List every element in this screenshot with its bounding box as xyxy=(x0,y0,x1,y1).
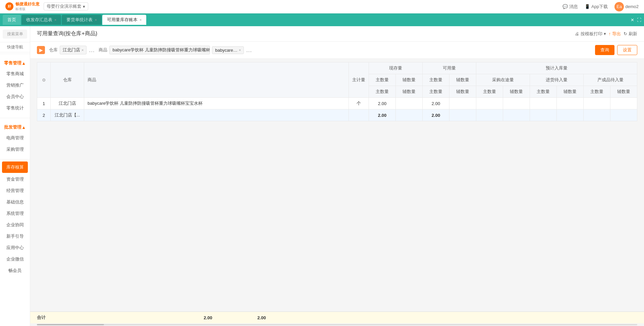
sidebar-section-wholesale-header[interactable]: 批发管理 ▲ xyxy=(0,122,30,132)
sidebar-section-retail: 零售管理 ▲ 零售商城 营销推广 会员中心 零售统计 xyxy=(0,55,30,117)
export-label: 导出 xyxy=(612,31,621,37)
cell-no-2: 2 xyxy=(37,109,51,121)
th-prod-aux: 辅数量 xyxy=(610,86,637,98)
tab-home[interactable]: 首页 xyxy=(3,15,21,25)
sidebar-item-marketing[interactable]: 营销推广 xyxy=(0,80,30,91)
page-header: 可用量查询(按仓库+商品) 🖨 按模板打印 ▾ ↑ 导出 ↻ 刷新 xyxy=(30,26,644,42)
th-stock-aux: 辅数量 xyxy=(396,74,423,86)
sidebar-item-ecommerce[interactable]: 电商管理 xyxy=(0,132,30,144)
cell-warehouse-1: 江北门店 xyxy=(51,98,84,109)
sidebar-item-enterprise[interactable]: 企业协同 xyxy=(0,219,30,231)
top-bar-left: 好 畅捷通好生意 标准版 母婴行业演示账套 ▾ xyxy=(5,2,88,11)
cell-stock-main-1: 2.00 xyxy=(369,98,396,109)
sidebar-nav-btn[interactable]: 快捷导航 xyxy=(0,42,30,52)
th-pp-main: 主数量 xyxy=(530,86,557,98)
sidebar-item-guide[interactable]: 新手引导 xyxy=(0,231,30,242)
th-purchase-pending: 进货待入量 xyxy=(530,74,584,86)
cell-pp-aux-1 xyxy=(557,98,584,109)
sidebar-section-retail-header[interactable]: 零售管理 ▲ xyxy=(0,58,30,68)
nav-tabs: 首页 收发存汇总表 × 要货单统计表 × 可用量库存账本 × ✕ ⛶ xyxy=(0,13,644,26)
user-label: demo2 xyxy=(625,4,639,9)
sidebar-item-member[interactable]: 畅会员 xyxy=(0,265,30,276)
refresh-btn[interactable]: ↻ 刷新 xyxy=(624,31,637,37)
nav-close-icon[interactable]: ✕ xyxy=(631,17,634,22)
table-row: 1 江北门店 babycare学饮杯 儿童防摔防撞吸管杯重力球吸嘴杯宝宝水杯 个… xyxy=(37,98,637,109)
product-value: babycare学饮杯 儿童防摔防撞吸管杯重力球吸嘴杯宝宝水杯 xyxy=(112,47,210,53)
th-stock-aux2: 辅数量 xyxy=(396,86,423,98)
product-value2: babycare… xyxy=(215,48,237,53)
print-btn[interactable]: 🖨 按模板打印 ▾ xyxy=(575,31,606,37)
warehouse-more-icon[interactable]: … xyxy=(89,47,95,54)
industry-select[interactable]: 母婴行业演示账套 ▾ xyxy=(44,2,88,10)
product-tag[interactable]: babycare学饮杯 儿童防摔防撞吸管杯重力球吸嘴杯宝宝水杯 × xyxy=(109,46,210,54)
sidebar-search-btn[interactable]: 搜索菜单 xyxy=(3,30,27,39)
sidebar-item-ops[interactable]: 经营管理 xyxy=(0,185,30,196)
sidebar-item-ecommerce-retail[interactable]: 零售商城 xyxy=(0,68,30,80)
sidebar-item-basic[interactable]: 基础信息 xyxy=(0,196,30,208)
cell-pp-aux-2 xyxy=(557,109,584,121)
cell-avail-main-2: 2.00 xyxy=(423,109,449,121)
print-icon: 🖨 xyxy=(575,31,579,36)
cell-prod-main-1 xyxy=(584,98,610,109)
cell-product-1: babycare学饮杯 儿童防摔防撞吸管杯重力球吸嘴杯宝宝水杯 xyxy=(84,98,349,109)
query-button[interactable]: 查询 xyxy=(595,45,614,55)
sidebar-item-purchase[interactable]: 采购管理 xyxy=(0,144,30,155)
footer-avail-main-val: 2.00 xyxy=(248,315,275,320)
gear-icon[interactable]: ⚙ xyxy=(42,78,46,83)
cell-pt-main-1 xyxy=(476,98,503,109)
scroll-thumb[interactable] xyxy=(37,324,104,325)
top-bar-right: 💬 消息 📱 App下载 Ea demo2 xyxy=(562,2,639,11)
cell-avail-aux-2 xyxy=(449,109,476,121)
sidebar-item-finance[interactable]: 资金管理 xyxy=(0,174,30,185)
tab-available-stock-close[interactable]: × xyxy=(140,18,142,22)
retail-expand-icon: ▲ xyxy=(21,61,26,66)
product-more-icon[interactable]: … xyxy=(246,47,252,54)
sidebar-item-wecom[interactable]: 企业微信 xyxy=(0,253,30,265)
tab-available-stock[interactable]: 可用量库存账本 × xyxy=(102,15,146,25)
cell-avail-main-1: 2.00 xyxy=(423,98,449,109)
setting-button[interactable]: 设置 xyxy=(617,45,637,55)
export-icon: ↑ xyxy=(609,31,611,36)
th-avail-main2: 主数量 xyxy=(423,86,449,98)
export-btn[interactable]: ↑ 导出 xyxy=(609,31,621,37)
th-product: 商品 xyxy=(84,62,349,98)
th-pt-aux: 辅数量 xyxy=(503,86,530,98)
message-btn[interactable]: 💬 消息 xyxy=(562,4,578,10)
sidebar-item-system[interactable]: 系统管理 xyxy=(0,208,30,219)
product-tag2[interactable]: babycare… × xyxy=(212,46,244,54)
tab-receipts[interactable]: 收发存汇总表 × xyxy=(21,15,61,25)
warehouse-label: 仓库 xyxy=(49,47,58,53)
product-tag2-close-icon[interactable]: × xyxy=(239,48,241,52)
th-planned-in: 预计入库量 xyxy=(476,62,637,74)
user-area[interactable]: Ea demo2 xyxy=(614,2,639,11)
tab-order-stats-close[interactable]: × xyxy=(95,18,97,22)
filter-product-field: 商品 babycare学饮杯 儿童防摔防撞吸管杯重力球吸嘴杯宝宝水杯 × bab… xyxy=(99,46,252,54)
sidebar-item-retail-stats[interactable]: 零售统计 xyxy=(0,102,30,114)
nav-expand-icon[interactable]: ⛶ xyxy=(637,17,641,22)
phone-icon: 📱 xyxy=(585,4,590,9)
logo-area: 好 畅捷通好生意 标准版 xyxy=(5,2,40,11)
page-title: 可用量查询(按仓库+商品) xyxy=(37,30,97,41)
th-production-pending: 产成品待入量 xyxy=(584,74,637,86)
main-layout: 搜索菜单 快捷导航 零售管理 ▲ 零售商城 营销推广 会员中心 零售统计 批发管… xyxy=(0,26,644,326)
sidebar-item-inventory[interactable]: 库存核算 xyxy=(2,161,28,173)
sidebar-item-appcenter[interactable]: 应用中心 xyxy=(0,242,30,253)
cell-stock-main-2: 2.00 xyxy=(369,109,396,121)
th-pt-main: 主数量 xyxy=(476,86,503,98)
cell-avail-aux-1 xyxy=(449,98,476,109)
app-download-btn[interactable]: 📱 App下载 xyxy=(585,4,608,10)
th-unit: 主计量 xyxy=(349,62,369,98)
avatar: Ea xyxy=(614,2,624,11)
wholesale-label: 批发管理 xyxy=(4,124,21,130)
logo-text-area: 畅捷通好生意 标准版 xyxy=(15,2,40,11)
footer-avail-aux xyxy=(275,315,302,320)
warehouse-tag-close-icon[interactable]: × xyxy=(82,48,84,52)
sidebar-item-members[interactable]: 会员中心 xyxy=(0,91,30,102)
footer-label: 合计 xyxy=(37,315,77,321)
tab-order-stats[interactable]: 要货单统计表 × xyxy=(62,15,101,25)
th-warehouse: 仓库 xyxy=(51,62,84,98)
tab-receipts-close[interactable]: × xyxy=(54,18,56,22)
sidebar: 搜索菜单 快捷导航 零售管理 ▲ 零售商城 营销推广 会员中心 零售统计 批发管… xyxy=(0,26,30,326)
warehouse-tag[interactable]: 江北门店 × xyxy=(60,46,87,54)
filter-toggle-btn[interactable]: ▶ xyxy=(37,46,45,54)
